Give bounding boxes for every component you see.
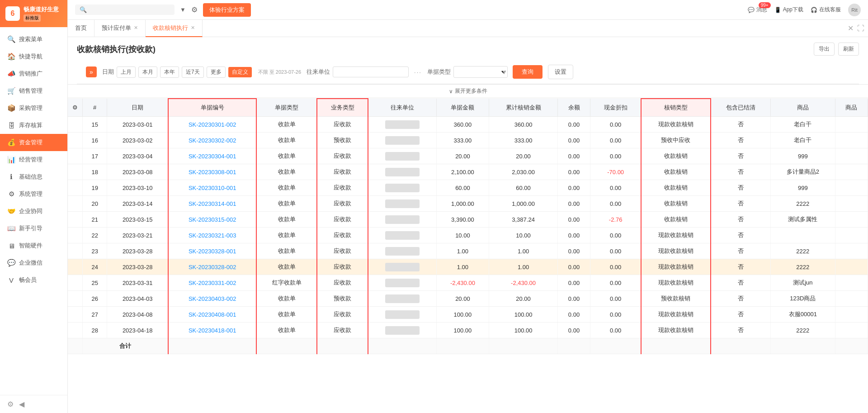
td-doc-no[interactable]: SK-20230308-001 — [168, 164, 257, 180]
hardware-icon: 🖥 — [7, 242, 15, 250]
filter-date-group: 上月 本月 本年 近7天 更多 自定义 — [117, 66, 252, 78]
filter-date-range: 不限 至 2023-07-26 — [258, 69, 301, 76]
sidebar-item-inventory[interactable]: 🗄 库存核算 — [0, 117, 67, 134]
table-row[interactable]: 18 2023-03-08 SK-20230308-001 收款单 应收款 ██… — [68, 164, 868, 180]
td-doc-no[interactable]: SK-20230331-002 — [168, 275, 257, 291]
td-cash-discount: 0.00 — [590, 259, 642, 275]
filter-custom[interactable]: 自定义 — [228, 67, 252, 77]
table-row[interactable]: 20 2023-03-14 SK-20230314-001 收款单 应收款 ██… — [68, 196, 868, 212]
table-row[interactable]: 21 2023-03-15 SK-20230315-002 收款单 应收款 ██… — [68, 212, 868, 228]
search-box[interactable]: 🔍 — [75, 5, 175, 15]
export-button[interactable]: 导出 — [814, 43, 835, 56]
sidebar-item-operation[interactable]: 📊 经营管理 — [0, 151, 67, 168]
filter-more[interactable]: 更多 — [207, 66, 226, 78]
sidebar-item-corp[interactable]: 🤝 企业协同 — [0, 203, 67, 220]
sidebar-item-quicknav[interactable]: 🏠 快捷导航 — [0, 48, 67, 65]
sidebar-item-search[interactable]: 🔍 搜索菜单 — [0, 31, 67, 48]
dropdown-arrow[interactable]: ▼ — [180, 6, 186, 13]
sidebar-item-member[interactable]: V 畅会员 — [0, 271, 67, 289]
td-include-settled: 否 — [711, 275, 771, 291]
td-date: 2023-03-08 — [107, 164, 168, 180]
td-doc-type: 收款单 — [256, 243, 316, 259]
table-row[interactable]: 23 2023-03-28 SK-20230328-001 收款单 应收款 ██… — [68, 243, 868, 259]
tab-home[interactable]: 首页 — [68, 20, 94, 37]
td-doc-no[interactable]: SK-20230310-001 — [168, 180, 257, 196]
filter-expand[interactable]: ∨ 展开更多条件 — [68, 85, 868, 98]
sidebar-item-purchase[interactable]: 📦 采购管理 — [0, 100, 67, 117]
filter-7-days[interactable]: 近7天 — [182, 66, 204, 78]
expand-icon[interactable]: ⛶ — [857, 24, 864, 33]
refresh-button[interactable]: 刷新 — [838, 43, 859, 56]
td-balance: 0.00 — [557, 228, 590, 243]
td-doc-no[interactable]: SK-20230328-001 — [168, 243, 257, 259]
td-biz-type: 应收款 — [317, 212, 368, 228]
table-row[interactable]: 17 2023-03-04 SK-20230304-001 收款单 应收款 ██… — [68, 148, 868, 164]
online-service-item[interactable]: 🎧 在线客服 — [811, 6, 841, 14]
sidebar-item-sales[interactable]: 🛒 销售管理 — [0, 82, 67, 100]
filter-partner-input[interactable] — [333, 66, 409, 77]
sidebar-item-wechat[interactable]: 💬 企业微信 — [0, 254, 67, 271]
td-doc-no[interactable]: SK-20230302-002 — [168, 133, 257, 148]
table-row[interactable]: 15 2023-03-01 SK-20230301-002 收款单 应收款 ██… — [68, 117, 868, 133]
td-cash-discount: 0.00 — [590, 307, 642, 323]
table-row[interactable]: 22 2023-03-21 SK-20230321-003 收款单 应收款 ██… — [68, 228, 868, 243]
td-goods: 老白干 — [770, 133, 835, 148]
home-icon: 🏠 — [7, 52, 15, 61]
close-all-icon[interactable]: ✕ — [848, 24, 854, 33]
td-total-write-off: 1.00 — [489, 259, 558, 275]
td-doc-no[interactable]: SK-20230403-002 — [168, 291, 257, 307]
table-row[interactable]: 24 2023-03-28 SK-20230328-002 收款单 应收款 ██… — [68, 259, 868, 275]
td-doc-no[interactable]: SK-20230408-001 — [168, 307, 257, 323]
tab-receipt-close[interactable]: ✕ — [191, 25, 195, 31]
filter-this-year[interactable]: 本年 — [160, 66, 179, 78]
td-doc-no[interactable]: SK-20230314-001 — [168, 196, 257, 212]
filter-toggle[interactable]: » — [86, 66, 97, 77]
td-doc-no[interactable]: SK-20230418-001 — [168, 323, 257, 338]
table-row[interactable]: 27 2023-04-08 SK-20230408-001 收款单 应收款 ██… — [68, 307, 868, 323]
settings-button[interactable]: 设置 — [548, 65, 573, 79]
app-download-item[interactable]: 📱 App下载 — [774, 6, 803, 14]
td-goods: 测试多属性 — [770, 212, 835, 228]
table-row[interactable]: 28 2023-04-18 SK-20230418-001 收款单 应收款 ██… — [68, 323, 868, 338]
gear-icon[interactable]: ⚙ — [191, 5, 198, 14]
settings-bottom-icon[interactable]: ⚙ — [7, 400, 14, 408]
td-doc-type: 收款单 — [256, 117, 316, 133]
message-item[interactable]: 💬 消息 99+ — [748, 6, 767, 14]
table-row[interactable]: 16 2023-03-02 SK-20230302-002 收款单 预收款 ██… — [68, 133, 868, 148]
collapse-icon[interactable]: ◀ — [19, 400, 24, 408]
filter-prev-month[interactable]: 上月 — [117, 66, 136, 78]
search-input[interactable] — [90, 7, 153, 13]
table-container[interactable]: ⚙ # 日期 单据编号 单据类型 业务类型 往来单位 单据金额 累计核销金额 余… — [68, 98, 868, 413]
table-row[interactable]: 19 2023-03-10 SK-20230310-001 收款单 应收款 ██… — [68, 180, 868, 196]
th-balance: 余额 — [557, 99, 590, 117]
sidebar-item-basic[interactable]: ℹ 基础信息 — [0, 168, 67, 185]
td-doc-no[interactable]: SK-20230301-002 — [168, 117, 257, 133]
topbar-search-area: 🔍 — [75, 5, 175, 15]
tab-payable[interactable]: 预计应付单 ✕ — [94, 20, 146, 37]
td-doc-no[interactable]: SK-20230304-001 — [168, 148, 257, 164]
sidebar-item-system[interactable]: ⚙ 系统管理 — [0, 185, 67, 203]
tab-payable-close[interactable]: ✕ — [134, 25, 138, 31]
td-doc-no[interactable]: SK-20230328-002 — [168, 259, 257, 275]
td-write-off-type: 收款核销 — [641, 164, 710, 180]
td-goods2 — [835, 323, 868, 338]
td-doc-no[interactable]: SK-20230315-002 — [168, 212, 257, 228]
sidebar-item-marketing[interactable]: 📣 营销推广 — [0, 65, 67, 82]
filter-voucher-select[interactable] — [453, 66, 508, 78]
query-button[interactable]: 查询 — [513, 65, 542, 79]
table-row[interactable]: 26 2023-04-03 SK-20230403-002 收款单 预收款 ██… — [68, 291, 868, 307]
sidebar-item-guide[interactable]: 📖 新手引导 — [0, 220, 67, 237]
table-row[interactable]: 25 2023-03-31 SK-20230331-002 红字收款单 应收款 … — [68, 275, 868, 291]
sidebar-item-hardware[interactable]: 🖥 智能硬件 — [0, 237, 67, 254]
sidebar-item-finance[interactable]: 💰 资金管理 — [0, 134, 67, 151]
td-include-settled: 否 — [711, 164, 771, 180]
td-amount: 1.00 — [436, 243, 489, 259]
td-total-write-off: 10.00 — [489, 228, 558, 243]
td-write-off-type: 现款收款核销 — [641, 275, 710, 291]
avatar[interactable]: Rit — [848, 4, 861, 16]
filter-this-month[interactable]: 本月 — [138, 66, 157, 78]
th-setting[interactable]: ⚙ — [68, 99, 83, 117]
td-doc-no[interactable]: SK-20230321-003 — [168, 228, 257, 243]
tab-receipt[interactable]: 收款核销执行 ✕ — [146, 20, 203, 37]
industry-solution-button[interactable]: 体验行业方案 — [203, 3, 251, 17]
